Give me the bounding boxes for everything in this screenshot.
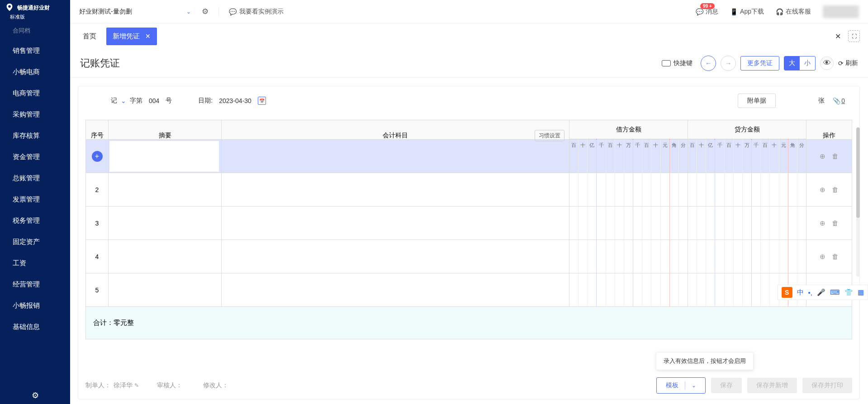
account-cell[interactable] <box>222 273 569 306</box>
ime-skin-icon[interactable]: 👕 <box>844 288 853 296</box>
sidebar-item-ecom-xc[interactable]: 小畅电商 <box>0 61 70 83</box>
vertical-scrollbar[interactable] <box>856 127 860 277</box>
summary-cell[interactable] <box>109 240 222 273</box>
calendar-icon[interactable]: 📅 <box>258 97 266 105</box>
headset-icon: 🎧 <box>776 8 783 15</box>
credit-cell[interactable] <box>688 173 806 206</box>
prev-voucher-button[interactable]: ← <box>701 56 716 71</box>
sidebar-item-inventory[interactable]: 库存核算 <box>0 125 70 146</box>
sidebar: 畅捷通好业财 标准版 合同档 销售管理 小畅电商 电商管理 采购管理 库存核算 … <box>0 0 70 404</box>
chevron-down-icon: ⌄ <box>186 9 191 15</box>
tab-home[interactable]: 首页 <box>73 28 106 45</box>
settings-gear-icon[interactable]: ⚙ <box>0 390 70 400</box>
attach-button[interactable]: 附单据 <box>738 94 776 108</box>
debit-cell[interactable] <box>569 240 688 273</box>
demo-link[interactable]: 💬 我要看实例演示 <box>229 8 284 16</box>
delete-row-icon[interactable]: 🗑 <box>832 186 839 194</box>
sidebar-item-purchase[interactable]: 采购管理 <box>0 104 70 125</box>
tab-new-voucher[interactable]: 新增凭证 ✕ <box>106 28 157 45</box>
sidebar-item-basedata[interactable]: 基础信息 <box>0 316 70 338</box>
sidebar-item-expense[interactable]: 小畅报销 <box>0 295 70 316</box>
workspace-settings-icon[interactable]: ⚙ <box>202 7 209 16</box>
date-label: 日期: <box>198 97 213 105</box>
delete-row-icon[interactable]: 🗑 <box>832 152 839 160</box>
tab-close-icon[interactable]: ✕ <box>145 33 151 40</box>
account-cell[interactable] <box>222 207 569 240</box>
messages-button[interactable]: 💬 消息 99 + <box>696 8 718 16</box>
edit-maker-icon[interactable]: ✎ <box>134 382 139 389</box>
ime-punct-icon[interactable]: •, <box>808 289 812 296</box>
sidebar-item-sales[interactable]: 销售管理 <box>0 40 70 61</box>
sidebar-item-cut[interactable]: 合同档 <box>0 27 70 40</box>
support-button[interactable]: 🎧 在线客服 <box>776 8 811 16</box>
row-seq: 3 <box>86 207 109 240</box>
op-cell: ⊕🗑 <box>806 140 852 173</box>
sidebar-item-tax[interactable]: 税务管理 <box>0 210 70 231</box>
maker-group: 制单人： 徐泽华 ✎ <box>85 381 139 390</box>
paperclip-icon[interactable]: 📎0 <box>833 97 845 104</box>
ime-keyboard-icon[interactable]: ⌨ <box>830 288 840 296</box>
scrollbar-thumb[interactable] <box>856 127 860 218</box>
debit-cell[interactable] <box>569 273 688 306</box>
more-vouchers-button[interactable]: 更多凭证 <box>740 56 779 70</box>
shortcut-label: 快捷键 <box>674 59 693 67</box>
ime-lang-label[interactable]: 中 <box>797 288 804 297</box>
size-big-button[interactable]: 大 <box>784 56 800 70</box>
sidebar-item-ecom[interactable]: 电商管理 <box>0 83 70 104</box>
account-cell[interactable] <box>222 173 569 206</box>
size-small-button[interactable]: 小 <box>800 56 815 70</box>
copy-row-icon[interactable]: ⊕ <box>820 219 825 227</box>
refresh-button[interactable]: ⟳ 刷新 <box>838 59 858 67</box>
delete-row-icon[interactable]: 🗑 <box>832 253 839 261</box>
tabbar-right: ✕ ⛶ <box>832 30 868 42</box>
ime-menu-icon[interactable]: ▦ <box>858 288 864 296</box>
add-row-icon[interactable]: + <box>92 151 103 162</box>
voucher-type-select[interactable]: 记 ⌄ 字第 <box>111 97 142 105</box>
divider <box>685 381 685 390</box>
summary-cell[interactable] <box>109 207 222 240</box>
summary-cell[interactable] <box>109 140 222 173</box>
sidebar-item-asset[interactable]: 固定资产 <box>0 231 70 253</box>
template-button[interactable]: 模板 ⌄ <box>656 377 706 394</box>
ime-toolbar[interactable]: S 中 •, 🎤 ⌨ 👕 ▦ <box>778 285 868 300</box>
copy-row-icon[interactable]: ⊕ <box>820 186 825 194</box>
tabbar: 首页 新增凭证 ✕ ✕ ⛶ <box>70 23 868 49</box>
credit-cell[interactable] <box>688 207 806 240</box>
sidebar-item-invoice[interactable]: 发票管理 <box>0 189 70 210</box>
credit-cell[interactable] <box>688 140 806 173</box>
debit-cell[interactable] <box>569 207 688 240</box>
workspace-select[interactable]: 好业财测试-量勿删 ⌄ <box>79 8 191 16</box>
summary-cell[interactable] <box>109 173 222 206</box>
copy-row-icon[interactable]: ⊕ <box>820 152 825 160</box>
date-group: 日期: 2023-04-30 📅 <box>198 97 266 105</box>
account-cell[interactable] <box>222 240 569 273</box>
delete-row-icon[interactable]: 🗑 <box>832 219 839 227</box>
copy-row-icon[interactable]: ⊕ <box>820 253 825 261</box>
ime-mic-icon[interactable]: 🎤 <box>817 288 825 296</box>
user-avatar[interactable] <box>823 5 859 18</box>
summary-cell[interactable] <box>109 273 222 306</box>
voucher-table: 序号 摘要 会计科目 习惯设置 借方金额 百十亿千百十万千百十元角分 贷方金额 … <box>85 120 852 339</box>
account-cell[interactable] <box>222 140 569 173</box>
app-download-button[interactable]: 📱 App下载 <box>730 8 764 16</box>
shortcut-button[interactable]: 快捷键 <box>658 57 696 69</box>
chevron-down-icon: ⌄ <box>121 97 126 104</box>
debit-cell[interactable] <box>569 173 688 206</box>
chevron-down-icon: ⌄ <box>692 382 696 389</box>
date-input[interactable]: 2023-04-30 <box>217 97 253 104</box>
next-voucher-button[interactable]: → <box>721 56 736 71</box>
divider <box>218 7 219 17</box>
credit-cell[interactable] <box>688 240 806 273</box>
table-row: + ⊕🗑 <box>86 139 852 173</box>
close-all-tabs-icon[interactable]: ✕ <box>832 30 844 42</box>
sidebar-item-mgmt[interactable]: 经营管理 <box>0 274 70 295</box>
header-actions: 快捷键 ← → 更多凭证 大 小 👁 ⟳ 刷新 <box>658 56 858 71</box>
fullscreen-icon[interactable]: ⛶ <box>848 30 860 42</box>
voucher-number[interactable]: 004 <box>146 97 162 104</box>
debit-cell[interactable] <box>569 140 688 173</box>
sidebar-item-funds[interactable]: 资金管理 <box>0 146 70 168</box>
sidebar-item-gl[interactable]: 总账管理 <box>0 168 70 189</box>
preview-icon[interactable]: 👁 <box>820 56 834 70</box>
sidebar-item-salary[interactable]: 工资 <box>0 253 70 274</box>
summary-input[interactable] <box>109 141 219 172</box>
